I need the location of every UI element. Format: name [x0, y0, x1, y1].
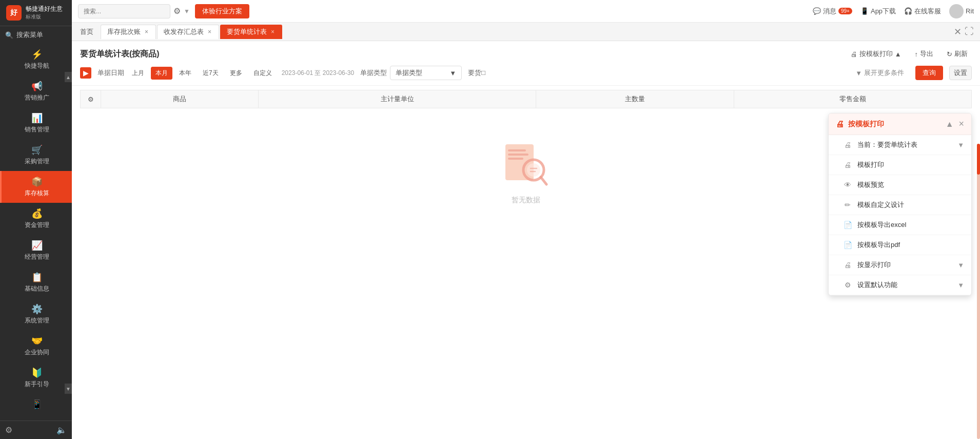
sidebar-item-label: 采购管理	[25, 157, 49, 166]
header-gear-icon[interactable]: ⚙	[173, 6, 181, 16]
tab-close-btn[interactable]: ×	[270, 28, 276, 35]
sidebar-item-guide[interactable]: 🔰 新手引导	[0, 362, 72, 394]
current-template-icon: 🖨	[843, 141, 852, 149]
submenu-left: 🖨 当前：要货单统计表	[843, 140, 917, 149]
main-content: ⚙ ▼ 体验行业方案 💬 消息 99+ 📱 App下载 🎧 在线客服 Rit	[72, 0, 980, 439]
scroll-thumb[interactable]	[977, 144, 980, 175]
tab-batch-account[interactable]: 库存批次账 ×	[101, 25, 156, 39]
order-type-label: 要货□	[468, 68, 485, 78]
doc-type-label: 单据类型	[360, 68, 387, 78]
last7-btn[interactable]: 近7天	[198, 67, 223, 80]
message-icon: 💬	[813, 7, 821, 15]
data-table: ⚙ 商品 主计量单位 主数量 零售金额	[80, 90, 972, 108]
message-item[interactable]: 💬 消息 99+	[813, 7, 852, 16]
dropdown-header: 🖨 按模板打印 ▲ ×	[829, 113, 971, 135]
template-print-label: 模板打印	[857, 160, 884, 169]
sidebar-item-collab[interactable]: 🤝 企业协同	[0, 330, 72, 362]
settings-btn[interactable]: 设置	[949, 66, 972, 80]
close-tab-btn[interactable]: ✕	[954, 26, 962, 37]
filter-expand-icon[interactable]: ▶	[80, 67, 91, 79]
more-btn[interactable]: 更多	[225, 67, 247, 80]
header-input-area: ⚙ ▼	[78, 4, 190, 18]
template-print-item[interactable]: 🖨 模板打印	[829, 155, 971, 175]
collab-icon: 🤝	[31, 335, 43, 347]
home-label: 首页	[80, 27, 93, 36]
template-preview-label: 模板预览	[857, 180, 884, 189]
sidebar-item-label: 资金管理	[25, 221, 49, 230]
expand-tab-btn[interactable]: ⛶	[965, 26, 974, 37]
trial-btn[interactable]: 体验行业方案	[195, 4, 249, 18]
doc-type-select[interactable]: 单据类型 ▼	[390, 66, 462, 80]
refresh-label: 刷新	[954, 49, 968, 59]
sidebar-item-system[interactable]: ⚙️ 系统管理	[0, 298, 72, 330]
prev-month-btn[interactable]: 上月	[127, 67, 149, 80]
this-year-btn[interactable]: 本年	[174, 67, 196, 80]
display-print-item[interactable]: 🖨 按显示打印 ▼	[829, 255, 971, 275]
doc-type-section: 单据类型 单据类型 ▼	[360, 66, 462, 80]
settings-icon[interactable]: ⚙	[5, 425, 12, 435]
template-export-excel-label: 按模板导出excel	[857, 220, 906, 230]
template-export-pdf-item[interactable]: 📄 按模板导出pdf	[829, 235, 971, 255]
sidebar-item-marketing[interactable]: 📢 营销推广	[0, 75, 72, 107]
svg-rect-2	[508, 154, 528, 156]
user-avatar	[949, 4, 964, 18]
dropdown-expand-icon[interactable]: ▲	[946, 120, 954, 129]
sidebar-scroll-down[interactable]: ▼	[65, 384, 72, 394]
tab-close-btn[interactable]: ×	[144, 28, 149, 35]
svg-line-6	[541, 177, 546, 184]
query-btn[interactable]: 查询	[915, 66, 943, 80]
sidebar-item-label: 快捷导航	[25, 62, 49, 70]
app-badge: 标准版	[26, 13, 63, 21]
sidebar-item-basic-info[interactable]: 📋 基础信息	[0, 266, 72, 298]
dropdown-close-btn[interactable]: ×	[958, 119, 964, 129]
sidebar-item-operations[interactable]: 📈 经营管理	[0, 235, 72, 266]
expand-more-btn[interactable]: ▼ 展开更多条件	[850, 66, 909, 80]
template-export-pdf-label: 按模板导出pdf	[857, 240, 900, 250]
tab-close-btn[interactable]: ×	[207, 28, 212, 35]
sidebar-item-label: 经营管理	[25, 253, 49, 261]
tab-label: 要货单统计表	[227, 27, 267, 36]
set-default-chevron: ▼	[957, 281, 964, 289]
sidebar-item-label: 库存核算	[25, 189, 49, 198]
this-month-btn[interactable]: 本月	[151, 67, 172, 80]
audio-icon[interactable]: 🔈	[56, 425, 67, 435]
export-btn[interactable]: ↑ 导出	[911, 47, 938, 61]
set-default-item[interactable]: ⚙ 设置默认功能 ▼	[829, 275, 971, 295]
submenu-left: 🖨 按显示打印	[843, 260, 891, 270]
sidebar-item-sales[interactable]: 📊 销售管理	[0, 107, 72, 139]
tab-label: 收发存汇总表	[164, 27, 204, 36]
online-service-item[interactable]: 🎧 在线客服	[904, 7, 941, 16]
user-area[interactable]: Rit	[949, 4, 974, 18]
tab-bar: 首页 库存批次账 × 收发存汇总表 × 要货单统计表 × ✕ ⛶	[72, 23, 980, 41]
scroll-bar[interactable]	[977, 144, 980, 439]
header-search-input[interactable]	[78, 4, 170, 18]
sidebar-item-quick-nav[interactable]: ⚡ 快捷导航	[0, 44, 72, 75]
sidebar-item-inventory[interactable]: 📦 库存核算	[0, 171, 72, 203]
finance-icon: 💰	[31, 208, 43, 219]
tab-order-summary[interactable]: 要货单统计表 ×	[220, 25, 282, 39]
sidebar-item-purchase[interactable]: 🛒 采购管理	[0, 139, 72, 171]
print-btn[interactable]: 🖨 按模板打印 ▲	[847, 47, 906, 61]
refresh-btn[interactable]: ↻ 刷新	[943, 47, 972, 61]
header-dropdown-icon[interactable]: ▼	[184, 8, 190, 15]
sidebar-item-app-center[interactable]: 📱 应用中心	[0, 394, 72, 409]
page-actions: 🖨 按模板打印 ▲ ↑ 导出 ↻ 刷新	[847, 47, 972, 61]
custom-btn[interactable]: 自定义	[249, 67, 277, 80]
template-design-item[interactable]: ✏ 模板自定义设计	[829, 195, 971, 215]
purchase-icon: 🛒	[31, 144, 43, 156]
basic-info-icon: 📋	[31, 272, 43, 283]
tab-receipt-summary[interactable]: 收发存汇总表 ×	[157, 25, 219, 39]
app-download-item[interactable]: 📱 App下载	[860, 7, 896, 16]
tab-home[interactable]: 首页	[74, 25, 100, 39]
template-preview-item[interactable]: 👁 模板预览	[829, 175, 971, 195]
current-template-item[interactable]: 🖨 当前：要货单统计表 ▼	[829, 135, 971, 155]
submenu-left: ⚙ 设置默认功能	[843, 280, 897, 290]
template-print-icon: 🖨	[843, 161, 852, 169]
sidebar-scroll-up[interactable]: ▲	[65, 72, 72, 82]
user-name: Rit	[966, 7, 974, 15]
search-menu-item[interactable]: 🔍 搜索菜单	[0, 26, 72, 44]
sidebar-item-finance[interactable]: 💰 资金管理	[0, 203, 72, 235]
doc-type-value: 单据类型	[396, 68, 422, 78]
template-export-excel-item[interactable]: 📄 按模板导出excel	[829, 215, 971, 235]
settings-col-header[interactable]: ⚙	[81, 90, 101, 108]
